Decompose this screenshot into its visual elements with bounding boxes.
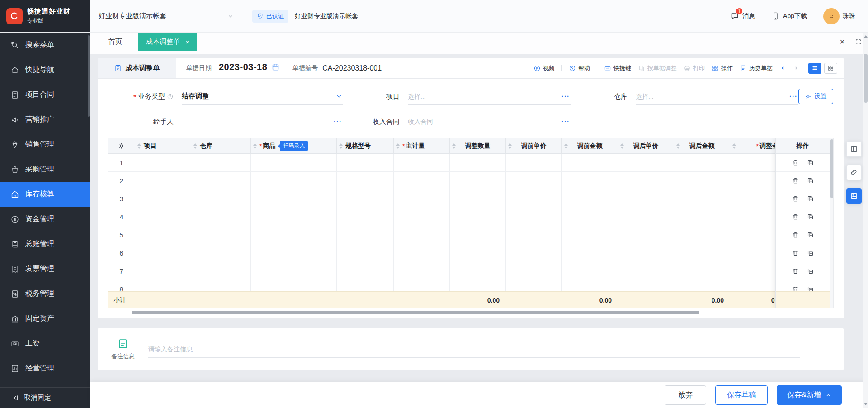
save-draft-button[interactable]: 保存草稿	[715, 385, 768, 405]
table-settings-header[interactable]	[108, 138, 135, 153]
cell-post_price[interactable]	[618, 262, 674, 280]
cell-warehouse[interactable]	[191, 208, 251, 226]
toolbar-shortcuts-button[interactable]: 快捷键	[604, 64, 631, 72]
table-vertical-scrollbar[interactable]	[830, 138, 834, 308]
cell-pre_amount[interactable]	[562, 172, 618, 190]
cell-main_unit[interactable]	[394, 190, 450, 208]
settings-button[interactable]: 设置	[798, 89, 833, 104]
toolbar-actions-button[interactable]: 操作	[712, 64, 733, 72]
cell-adjust_qty[interactable]	[450, 226, 506, 244]
cell-adjust_qty[interactable]	[450, 280, 506, 291]
table-vscroll-thumb[interactable]	[830, 139, 833, 198]
cell-warehouse[interactable]	[191, 172, 251, 190]
cell-pre_price[interactable]	[506, 280, 562, 291]
cell-post_price[interactable]	[618, 244, 674, 262]
cell-pre_price[interactable]	[506, 172, 562, 190]
business-type-select[interactable]: 结存调整	[182, 88, 343, 105]
cell-project[interactable]	[135, 154, 191, 171]
scroll-down-arrow[interactable]	[864, 403, 868, 405]
cell-product[interactable]	[251, 280, 337, 291]
next-document-arrow[interactable]	[793, 65, 800, 71]
cell-post_price[interactable]	[618, 226, 674, 244]
column-header-post_amount[interactable]: 调后金额	[674, 138, 730, 153]
sort-carets[interactable]	[676, 143, 680, 149]
cell-post_price[interactable]	[618, 154, 674, 171]
copy-row-icon[interactable]	[807, 195, 814, 203]
unpin-sidebar-button[interactable]: 取消固定	[0, 387, 90, 408]
tab-close-icon[interactable]: ×	[185, 38, 189, 46]
project-more-button[interactable]: ···	[561, 92, 571, 100]
income-contract-input[interactable]	[408, 118, 561, 125]
calendar-icon[interactable]	[271, 63, 280, 71]
sidebar-item-operation[interactable]: 经营管理	[0, 356, 90, 381]
cell-pre_amount[interactable]	[562, 226, 618, 244]
cell-warehouse[interactable]	[191, 280, 251, 291]
cell-spec[interactable]	[337, 154, 394, 171]
cell-main_unit[interactable]	[394, 226, 450, 244]
column-header-spec[interactable]: 规格型号	[337, 138, 394, 153]
user-menu[interactable]: 珠珠	[823, 8, 855, 24]
cell-post_amount[interactable]	[674, 262, 730, 280]
doc-date-field[interactable]: 2023-03-18	[216, 61, 283, 75]
sidebar-item-tax[interactable]: 税务管理	[0, 281, 90, 306]
cell-warehouse[interactable]	[191, 190, 251, 208]
sidebar-item-marketing[interactable]: 营销推广	[0, 107, 90, 132]
cell-project[interactable]	[135, 226, 191, 244]
toolbar-print-button[interactable]: 打印	[684, 64, 705, 72]
sort-carets[interactable]	[452, 143, 456, 149]
cell-pre_amount[interactable]	[562, 190, 618, 208]
window-scrollbar[interactable]	[863, 33, 868, 408]
sort-carets[interactable]	[732, 143, 736, 149]
cell-spec[interactable]	[337, 172, 394, 190]
fullscreen-icon[interactable]	[855, 38, 862, 45]
cell-product[interactable]	[251, 190, 337, 208]
cell-adjust_qty[interactable]	[450, 190, 506, 208]
sidebar-item-salary[interactable]: 工资	[0, 331, 90, 356]
cell-pre_price[interactable]	[506, 208, 562, 226]
cell-product[interactable]	[251, 244, 337, 262]
scroll-up-arrow[interactable]	[864, 35, 868, 38]
cell-adjust_qty[interactable]	[450, 172, 506, 190]
cell-product[interactable]	[251, 262, 337, 280]
delete-row-icon[interactable]	[792, 267, 799, 275]
project-select[interactable]: ···	[408, 88, 571, 105]
delete-row-icon[interactable]	[792, 213, 799, 221]
tab-cost-adjustment[interactable]: 成本调整单 ×	[138, 33, 197, 51]
cell-main_unit[interactable]	[394, 244, 450, 262]
cell-project[interactable]	[135, 280, 191, 291]
cell-spec[interactable]	[337, 280, 394, 291]
cell-adjust_qty[interactable]	[450, 244, 506, 262]
cell-post_amount[interactable]	[674, 244, 730, 262]
cell-main_unit[interactable]	[394, 172, 450, 190]
sort-carets[interactable]	[564, 143, 568, 149]
info-icon[interactable]	[167, 93, 174, 100]
side-panel-tool-button[interactable]	[846, 141, 862, 157]
window-scrollbar-thumb[interactable]	[864, 54, 868, 103]
messages-button[interactable]: 1 消息	[731, 12, 755, 20]
copy-row-icon[interactable]	[807, 249, 814, 257]
cell-warehouse[interactable]	[191, 226, 251, 244]
toolbar-video-button[interactable]: 视频	[533, 64, 555, 72]
copy-row-icon[interactable]	[807, 231, 814, 239]
cell-pre_price[interactable]	[506, 262, 562, 280]
card-view-toggle[interactable]	[824, 63, 837, 74]
column-header-warehouse[interactable]: 仓库	[191, 138, 251, 153]
column-header-adjust_qty[interactable]: 调整数量	[450, 138, 506, 153]
cell-post_amount[interactable]	[674, 172, 730, 190]
column-header-pre_amount[interactable]: 调前金额	[562, 138, 618, 153]
cell-post_amount[interactable]	[674, 280, 730, 291]
tab-home[interactable]: 首页	[98, 33, 133, 51]
toolbar-help-button[interactable]: 帮助	[569, 64, 590, 72]
cell-product[interactable]	[251, 226, 337, 244]
sidebar-item-general-ledger[interactable]: 总账管理	[0, 232, 90, 256]
warehouse-input[interactable]	[636, 93, 788, 100]
discard-button[interactable]: 放弃	[665, 385, 706, 405]
cell-post_price[interactable]	[618, 208, 674, 226]
table-horizontal-scrollbar[interactable]	[108, 310, 830, 315]
sidebar-item-fixed-assets[interactable]: 固定资产	[0, 306, 90, 331]
cell-pre_price[interactable]	[506, 190, 562, 208]
cell-warehouse[interactable]	[191, 154, 251, 171]
app-download-button[interactable]: App下载	[771, 12, 807, 20]
toolbar-adjust-by-doc-button[interactable]: 按单据调整	[638, 64, 677, 72]
app-logo[interactable]: 畅捷通好业财 专业版	[0, 0, 90, 32]
